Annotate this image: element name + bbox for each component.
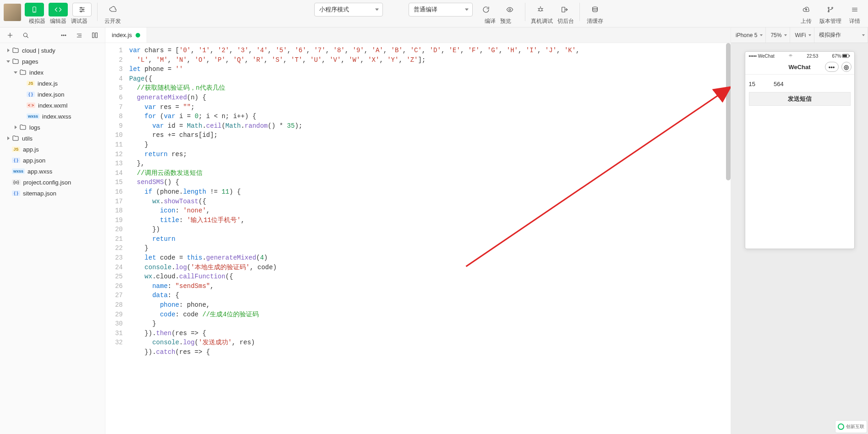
- folder-index[interactable]: index: [0, 67, 105, 78]
- upload-label: 上传: [801, 17, 812, 26]
- svg-point-36: [791, 57, 791, 57]
- search-icon[interactable]: [22, 32, 29, 39]
- send-sms-button[interactable]: 发送短信: [749, 92, 851, 106]
- collapse-icon[interactable]: [76, 32, 83, 39]
- tab-modified-indicator: [136, 33, 140, 38]
- time-text: 22:53: [807, 54, 818, 59]
- svg-point-28: [63, 35, 64, 36]
- file-project-config-json[interactable]: {o}project.config.json: [0, 177, 105, 188]
- capsule-close-button[interactable]: ◎: [841, 62, 852, 72]
- bug-icon: [537, 6, 544, 13]
- wifi-icon: [788, 54, 793, 58]
- tab-index-js[interactable]: index.js: [105, 27, 147, 43]
- more-icon[interactable]: [60, 32, 67, 39]
- code-editor[interactable]: 1234567891011121314151617181920212223242…: [105, 43, 731, 434]
- compile-mode-dropdown[interactable]: 普通编译: [409, 3, 473, 16]
- settings-sliders-icon: [78, 6, 86, 13]
- new-file-icon[interactable]: [6, 32, 14, 39]
- device-dropdown[interactable]: iPhone 5: [731, 27, 766, 43]
- watermark-icon: [838, 423, 844, 430]
- svg-rect-15: [562, 7, 565, 12]
- svg-point-9: [539, 8, 542, 11]
- simulator-button[interactable]: [25, 3, 44, 16]
- editor-area: index.js 1234567891011121314151617181920…: [105, 27, 731, 434]
- watermark: 创新互联: [835, 420, 867, 433]
- clear-cache-label: 清缓存: [587, 17, 603, 26]
- battery-text: 67%: [832, 54, 841, 59]
- svg-line-26: [27, 36, 28, 38]
- folder-cloud-study[interactable]: cloud | study: [0, 45, 105, 56]
- file-sitemap-json[interactable]: { }sitemap.json: [0, 188, 105, 199]
- exit-icon: [561, 6, 568, 13]
- upload-button[interactable]: [797, 3, 816, 16]
- compile-mode-value: 普通编译: [414, 5, 437, 14]
- code-content[interactable]: var chars = ['0', '1', '2', '3', '4', '5…: [127, 43, 731, 434]
- sim-ops-dropdown[interactable]: 模拟操作: [814, 27, 868, 43]
- folder-logs[interactable]: logs: [0, 122, 105, 133]
- svg-point-16: [593, 7, 598, 9]
- clear-cache-button[interactable]: [585, 3, 605, 16]
- svg-line-11: [538, 8, 539, 9]
- file-index-js[interactable]: JSindex.js: [0, 78, 105, 89]
- preview-label: 预览: [500, 17, 511, 26]
- svg-point-27: [61, 35, 62, 36]
- refresh-icon: [482, 6, 490, 13]
- branch-icon: [827, 6, 834, 13]
- file-app-json[interactable]: { }app.json: [0, 155, 105, 166]
- scrollbar-thumb[interactable]: [726, 43, 731, 180]
- compile-button[interactable]: [476, 3, 496, 16]
- line-gutter: 1234567891011121314151617181920212223242…: [105, 43, 127, 434]
- svg-line-14: [542, 11, 543, 11]
- cloud-upload-icon: [802, 6, 810, 13]
- details-button[interactable]: [845, 3, 864, 16]
- svg-point-8: [509, 9, 511, 11]
- file-index-wxml[interactable]: < >index.wxml: [0, 100, 105, 111]
- preview-button[interactable]: [500, 3, 519, 16]
- code-icon: [55, 6, 62, 13]
- details-label: 详情: [849, 17, 860, 26]
- capsule-menu-button[interactable]: •••: [825, 62, 839, 72]
- cloud-dev-button[interactable]: [103, 3, 122, 16]
- phone-number-suffix: 564: [774, 81, 784, 87]
- phone-number-prefix: 15: [749, 81, 755, 87]
- avatar[interactable]: [4, 4, 21, 21]
- svg-line-12: [542, 8, 543, 9]
- layout-toggle-icon[interactable]: [91, 32, 98, 39]
- network-dropdown[interactable]: WiFi: [790, 27, 814, 43]
- menu-icon: [851, 6, 858, 13]
- version-label: 版本管理: [819, 17, 841, 26]
- top-toolbar: 模拟器 编辑器 调试器 云开发 小程序模式 普通编译: [0, 0, 868, 27]
- file-index-wxss[interactable]: wxssindex.wxss: [0, 111, 105, 122]
- svg-rect-34: [95, 33, 97, 38]
- phone-preview: ••••• WeChat 22:53 67% WeChat ••• ◎: [745, 51, 855, 249]
- background-label: 切后台: [557, 17, 574, 26]
- stack-icon: [591, 6, 599, 13]
- simulator-toolbar: iPhone 5 75% WiFi 模拟操作: [731, 27, 868, 43]
- phone-status-bar: ••••• WeChat 22:53 67%: [745, 52, 854, 60]
- svg-rect-38: [843, 54, 847, 57]
- debugger-button[interactable]: [72, 3, 92, 16]
- mode-dropdown[interactable]: 小程序模式: [314, 3, 383, 16]
- phone-number-masked: [755, 81, 774, 87]
- remote-debug-button[interactable]: [531, 3, 550, 16]
- svg-rect-39: [849, 55, 850, 57]
- svg-line-13: [538, 11, 539, 11]
- explorer-toolbar: [0, 27, 105, 43]
- folder-pages[interactable]: pages: [0, 56, 105, 67]
- zoom-dropdown[interactable]: 75%: [766, 27, 790, 43]
- folder-utils[interactable]: utils: [0, 133, 105, 144]
- file-index-json[interactable]: { }index.json: [0, 89, 105, 100]
- nav-title: WeChat: [788, 64, 810, 71]
- cloud-loop-icon: [109, 6, 116, 13]
- editor-label: 编辑器: [50, 17, 66, 26]
- background-button[interactable]: [555, 3, 574, 16]
- mode-dropdown-value: 小程序模式: [319, 5, 349, 14]
- carrier-text: ••••• WeChat: [749, 54, 775, 59]
- file-app-wxss[interactable]: wxssapp.wxss: [0, 166, 105, 177]
- svg-point-29: [65, 35, 66, 36]
- editor-tabs: index.js: [105, 27, 731, 43]
- editor-button[interactable]: [49, 3, 68, 16]
- file-app-js[interactable]: JSapp.js: [0, 144, 105, 155]
- version-button[interactable]: [821, 3, 840, 16]
- file-explorer: cloud | studypagesindexJSindex.js{ }inde…: [0, 27, 105, 434]
